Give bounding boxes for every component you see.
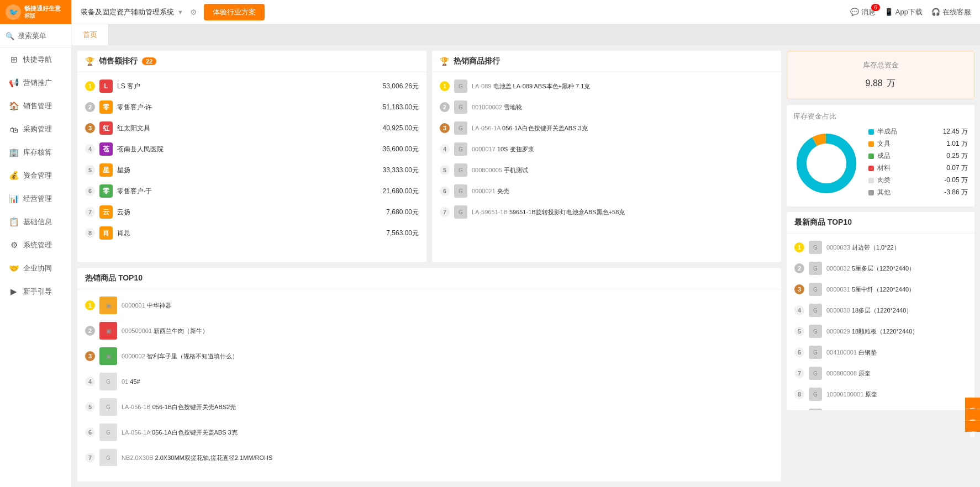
- rank-number: 3: [85, 351, 95, 361]
- headset-icon: 🎧: [931, 8, 940, 16]
- rank-number: 8: [794, 389, 804, 399]
- sidebar-item-quick[interactable]: ⊞ 快捷导航: [0, 48, 71, 71]
- floating-button[interactable]: 服务社区: [965, 409, 980, 421]
- sidebar-item-marketing[interactable]: 📢 营销推广: [0, 71, 71, 94]
- chart-legend: 半成品12.45 万文具1.01 万成品0.25 万材料0.07 万肉类-0.0…: [868, 127, 968, 200]
- list-item[interactable]: 2G001000002 雪地靴: [432, 97, 781, 118]
- list-item[interactable]: 2零零售客户·许51,183.00元: [77, 97, 426, 118]
- sidebar-item-guide[interactable]: ▶ 新手引导: [0, 280, 71, 303]
- sidebar-item-collab[interactable]: 🤝 企业协同: [0, 257, 71, 280]
- legend-value: 12.45 万: [943, 127, 968, 136]
- logo-text: 畅捷通好生意 标版: [24, 4, 61, 20]
- new-products-list: 1G0000033 封边带（1.0*22）2G0000032 5厘多层（1220…: [787, 234, 974, 410]
- message-button[interactable]: 💬 消息 6: [850, 7, 876, 17]
- list-item[interactable]: 5星星扬33,333.00元: [77, 160, 426, 181]
- legend-label: 半成品: [877, 127, 940, 136]
- list-item[interactable]: 3▣0000002 智利车子里（规格不知道填什么）: [77, 343, 781, 369]
- list-item[interactable]: 9G0000028 体碗嘉枚味苏打饮品400毫升（1*15）: [787, 405, 974, 410]
- product-info: 0000021 夹壳: [472, 187, 773, 195]
- list-item[interactable]: 7GLA-59651-1B 59651-1B旋转投影灯电池盒ABS黑色+58克: [432, 202, 781, 223]
- system-selector[interactable]: 装备及固定资产辅助管理系统 ▼: [81, 7, 183, 17]
- page-content: 🏆 销售额排行 22 1LLS 客户53,006.26元2零零售客户·许51,1…: [72, 45, 980, 487]
- product-info: 001000002 雪地靴: [472, 103, 773, 112]
- legend-value: 0.25 万: [946, 151, 968, 161]
- list-item[interactable]: 6零零售客户·于21,680.00元: [77, 181, 426, 202]
- search-menu-button[interactable]: 🔍 搜索菜单: [6, 29, 66, 43]
- topbar: 装备及固定资产辅助管理系统 ▼ ⚙ 体验行业方案 💬 消息 6 📱 App下载 …: [72, 0, 980, 24]
- avatar: 零: [99, 100, 113, 114]
- product-image-placeholder: G: [454, 80, 467, 93]
- sidebar-item-sales[interactable]: 🏠 销售管理: [0, 94, 71, 118]
- list-item[interactable]: 1G0000033 封边带（1.0*22）: [787, 237, 974, 258]
- app-download-button[interactable]: 📱 App下载: [884, 7, 923, 17]
- online-service-button[interactable]: 🎧 在线客服: [931, 7, 971, 17]
- legend-color: [868, 153, 874, 159]
- sidebar-item-operations[interactable]: 📊 经营管理: [0, 187, 71, 210]
- list-item[interactable]: 6GLA-056-1A 056-1A白色按键开关盖ABS 3克: [77, 420, 781, 445]
- trial-button[interactable]: 体验行业方案: [204, 4, 265, 20]
- product-image: G: [99, 424, 117, 441]
- customer-amount: 53,006.26元: [383, 82, 419, 91]
- product-info: 0000030 18多层（1220*2440）: [826, 306, 967, 315]
- search-menu-section[interactable]: 🔍 搜索菜单: [0, 24, 71, 48]
- tab-home[interactable]: 首页: [72, 24, 109, 45]
- list-item[interactable]: 6G004100001 白钢垫: [787, 342, 974, 363]
- floating-panel: 客服热线服务社区直播: [965, 398, 980, 432]
- list-item[interactable]: 6G0000021 夹壳: [432, 181, 781, 202]
- list-item[interactable]: 1GLA-089 电池盖 LA-089 ABS本色+黑种 7.1克: [432, 76, 781, 97]
- rank-number: 5: [440, 165, 450, 175]
- list-item[interactable]: 1LLS 客户53,006.26元: [77, 76, 426, 97]
- product-ranking-title: 热销商品排行: [454, 56, 500, 66]
- list-item[interactable]: 3G0000031 5厘中纤（1220*2440）: [787, 279, 974, 300]
- sidebar-item-inventory[interactable]: 🏢 库存核算: [0, 141, 71, 164]
- list-item[interactable]: 7GNB2.0X30B 2.0X30MM双搓花轴,搓花直径2.1MM/ROHS: [77, 445, 781, 466]
- sidebar-item-purchase[interactable]: 🛍 采购管理: [0, 118, 71, 141]
- list-item[interactable]: 4G0000030 18多层（1220*2440）: [787, 300, 974, 321]
- list-item[interactable]: 4G0000017 10S 变扭罗浆: [432, 139, 781, 160]
- list-item[interactable]: 7G000800008 原奎: [787, 363, 974, 384]
- inventory-unit: 万: [887, 78, 895, 88]
- list-item[interactable]: 7云云扬7,680.00元: [77, 202, 426, 223]
- product-info: 0000017 10S 变扭罗浆: [472, 145, 773, 153]
- inventory-title: 库存总资金: [796, 60, 965, 70]
- rank-number: 6: [794, 347, 804, 357]
- product-image-placeholder: G: [454, 142, 467, 156]
- legend-label: 材料: [877, 163, 943, 173]
- rank-number: 1: [440, 81, 450, 91]
- rank-number: 2: [794, 263, 804, 273]
- rank-number: 1: [794, 242, 804, 252]
- new-products-card: 最新商品 TOP10 1G0000033 封边带（1.0*22）2G000003…: [787, 212, 974, 410]
- hot-products-title: 热销商品 TOP10: [85, 273, 143, 283]
- sidebar-item-basics[interactable]: 📋 基础信息: [0, 210, 71, 234]
- legend-item: 文具1.01 万: [868, 139, 968, 149]
- list-item[interactable]: 5G0000029 18颗粒板（1220*2440）: [787, 321, 974, 342]
- list-item[interactable]: 1▣0000001 中华神器: [77, 293, 781, 318]
- list-item[interactable]: 5G000800005 手机测试: [432, 160, 781, 181]
- list-item[interactable]: 8肖肖总7,563.00元: [77, 223, 426, 244]
- list-item[interactable]: 5GLA-056-1B 056-1B白色按键开关壳ABS2壳: [77, 394, 781, 420]
- list-item[interactable]: 2▣000500001 新西兰牛肉（新牛）: [77, 318, 781, 343]
- sidebar-item-finance[interactable]: 💰 资金管理: [0, 164, 71, 187]
- sidebar-item-system[interactable]: ⚙ 系统管理: [0, 234, 71, 257]
- floating-button[interactable]: 直播: [965, 421, 980, 432]
- list-item[interactable]: 3红红太阳文具40,925.00元: [77, 118, 426, 139]
- hot-products-card: 热销商品 TOP10 1▣0000001 中华神器2▣000500001 新西兰…: [77, 268, 781, 481]
- customer-ranking-card: 🏆 销售额排行 22 1LLS 客户53,006.26元2零零售客户·许51,1…: [77, 51, 426, 262]
- list-item[interactable]: 4G01 45#: [77, 369, 781, 394]
- product-image-placeholder: G: [809, 409, 822, 410]
- system-dropdown-arrow[interactable]: ▼: [177, 9, 183, 15]
- product-info: LA-056-1A 056-1A白色按键开关盖ABS 3克: [472, 124, 773, 133]
- floating-button[interactable]: 客服热线: [965, 398, 980, 409]
- settings-icon[interactable]: ⚙: [190, 8, 197, 17]
- list-item[interactable]: 2G0000032 5厘多层（1220*2440）: [787, 258, 974, 279]
- product-image: ▣: [99, 297, 117, 314]
- nav-guide-icon: ▶: [9, 287, 19, 297]
- legend-label: 其他: [877, 188, 941, 197]
- list-item[interactable]: 8G10000100001 原奎: [787, 384, 974, 405]
- product-image-placeholder: G: [454, 163, 467, 177]
- list-item[interactable]: 4苍苍南县人民医院36,600.00元: [77, 139, 426, 160]
- product-image-placeholder: G: [454, 100, 467, 114]
- rank-number: 4: [85, 377, 95, 387]
- nav-system-icon: ⚙: [9, 240, 19, 250]
- list-item[interactable]: 3GLA-056-1A 056-1A白色按键开关盖ABS 3克: [432, 118, 781, 139]
